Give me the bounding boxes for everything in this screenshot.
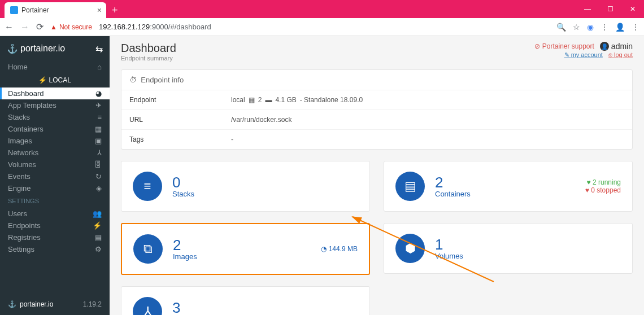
gear-icon: ⚙ [95,245,102,253]
tab-close-icon[interactable]: × [97,6,102,15]
url-row: URL /var/run/docker.sock [121,110,632,130]
sidebar: ⚓portainer.io ⇆ Home⌂ ⚡ LOCAL Dashboard◕… [0,36,110,315]
user-icon: 👤 [600,42,609,51]
plug-icon: ⚡ [93,221,102,230]
avatar-icon[interactable]: 👤 [615,23,625,32]
extension-icon[interactable]: ◉ [587,23,594,32]
close-window-button[interactable]: ✕ [621,0,644,18]
collapse-icon[interactable]: ⇆ [95,43,103,54]
menu-icon[interactable]: ⋮ [601,23,608,32]
networks-icon: ⅄ [97,148,102,157]
window-titlebar: Portainer × + — ☐ ✕ [0,0,644,18]
stacks-icon: ≡ [97,113,102,121]
networks-card-icon: ⅄ [133,297,162,315]
volumes-icon: 🗄 [94,160,102,169]
sidebar-item-events[interactable]: Events↻ [0,170,110,182]
star-icon[interactable]: ☆ [573,23,580,32]
events-icon: ↻ [95,172,102,181]
sidebar-footer: ⚓ portainer.io 1.19.2 [0,294,110,315]
address-bar: ← → ⟳ ▲ Not secure 192.168.21.129:9000/#… [0,18,644,36]
browser-tab[interactable]: Portainer × [5,2,106,18]
volumes-card[interactable]: ⬢ 1 Volumes [384,223,633,274]
stopped-stat: ♥ 0 stopped [585,186,621,194]
sidebar-item-settings[interactable]: Settings⚙ [0,243,110,255]
forward-button[interactable]: → [20,22,29,32]
page-title: Dashboard [121,42,176,55]
endpoint-info-panel: ⏱ Endpoint info Endpoint local ▦2 ▬4.1 G… [121,69,633,150]
sidebar-item-app-templates[interactable]: App Templates✈ [0,99,110,111]
tags-row: Tags - [121,130,632,149]
sidebar-item-dashboard[interactable]: Dashboard◕ [0,88,110,99]
sidebar-item-stacks[interactable]: Stacks≡ [0,111,110,123]
volumes-card-icon: ⬢ [395,234,425,263]
panel-header: ⏱ Endpoint info [121,70,632,90]
sidebar-item-home[interactable]: Home⌂ [0,61,110,73]
maximize-button[interactable]: ☐ [599,0,621,18]
templates-icon: ✈ [95,101,102,110]
registries-icon: ▤ [95,233,102,242]
engine-icon: ◈ [96,184,102,193]
images-icon: ▣ [95,137,102,145]
footer-logo-icon: ⚓ [8,300,16,308]
zoom-icon[interactable]: 🔍 [556,23,566,32]
minimize-button[interactable]: — [576,0,599,18]
sidebar-item-containers[interactable]: Containers▦ [0,123,110,135]
endpoint-row: Endpoint local ▦2 ▬4.1 GB - Standalone 1… [121,90,632,110]
images-card[interactable]: ⧉ 2 Images ◔ 144.9 MB [121,223,370,275]
tab-title: Portainer [21,6,49,14]
my-account-link[interactable]: ✎ my account [564,51,603,58]
window-controls: — ☐ ✕ [576,0,644,18]
users-icon: 👥 [93,209,102,218]
sidebar-item-endpoints[interactable]: Endpoints⚡ [0,220,110,231]
logo-icon: ⚓ [7,43,18,54]
new-tab-button[interactable]: + [112,5,118,16]
dashboard-icon: ◕ [95,89,102,98]
sidebar-item-users[interactable]: Users👥 [0,208,110,220]
containers-card[interactable]: ▤ 2 Containers ♥ 2 running ♥ 0 stopped [384,161,633,212]
version: 1.19.2 [83,300,102,308]
main-content: Dashboard Endpoint summary ⊘ Portainer s… [110,36,644,315]
sidebar-item-volumes[interactable]: Volumes🗄 [0,159,110,170]
user-menu[interactable]: 👤admin [600,42,633,51]
gauge-icon: ⏱ [129,76,137,84]
logo[interactable]: ⚓portainer.io ⇆ [0,36,110,61]
stacks-card-icon: ≡ [133,172,162,201]
containers-card-icon: ▤ [395,172,425,201]
cpu-icon: ▦ [249,96,255,104]
sidebar-item-registries[interactable]: Registries▤ [0,231,110,243]
sidebar-group-local: ⚡ LOCAL [0,73,110,88]
page-subtitle: Endpoint summary [121,55,176,62]
support-link[interactable]: ⊘ Portainer support [534,42,594,50]
running-stat: ♥ 2 running [585,178,621,186]
favicon-icon [10,6,18,14]
sidebar-item-engine[interactable]: Engine◈ [0,182,110,194]
containers-icon: ▦ [95,125,102,133]
sidebar-settings-header: SETTINGS [0,194,110,208]
images-size: ◔ 144.9 MB [321,245,358,253]
sidebar-item-networks[interactable]: Networks⅄ [0,147,110,159]
back-button[interactable]: ← [5,22,14,32]
ram-icon: ▬ [265,96,272,104]
stacks-card[interactable]: ≡ 0 Stacks [121,161,370,212]
not-secure-badge[interactable]: ▲ Not secure [50,23,92,31]
url-field[interactable]: 192.168.21.129:9000/#/dashboard [99,23,550,31]
sidebar-item-images[interactable]: Images▣ [0,135,110,147]
reload-button[interactable]: ⟳ [36,21,43,32]
kebab-icon[interactable]: ⋮ [632,23,639,32]
home-icon: ⌂ [97,63,102,71]
logout-link[interactable]: ⎋ log out [608,51,633,58]
images-card-icon: ⧉ [133,234,163,264]
networks-card[interactable]: ⅄ 3 Networks [121,286,370,315]
